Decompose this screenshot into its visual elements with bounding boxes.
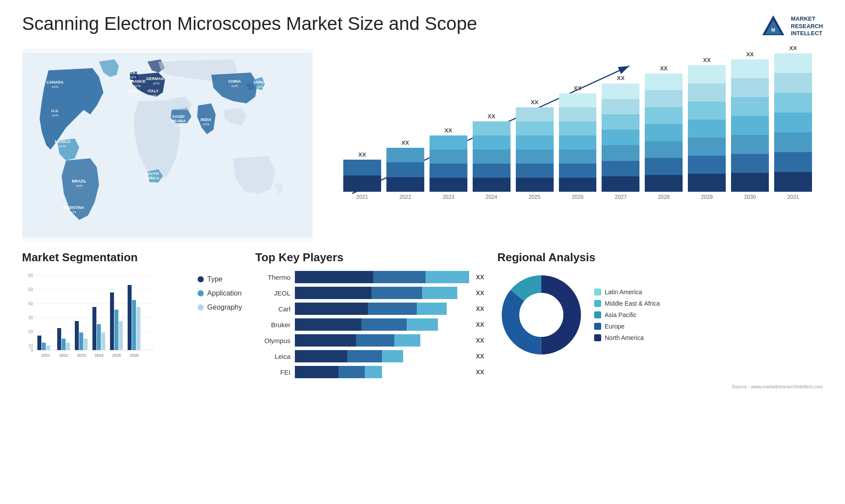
legend-geography-dot [198, 304, 204, 310]
bar-2023 [430, 135, 467, 192]
bar-xx-label-2024: XX [488, 113, 495, 120]
growth-bars: XX2021XX2022XX2023XX2024XX2025XX2026XX20… [343, 62, 812, 200]
legend-type: Type [198, 275, 242, 283]
bar-group-2027: XX2027 [602, 75, 639, 200]
bar-xx-label-2021: XX [358, 151, 366, 158]
world-map: CANADA xx% U.S. xx% MEXICO xx% BRAZIL xx… [22, 48, 312, 242]
svg-text:xx%: xx% [129, 75, 136, 79]
bar-year-label-2027: 2027 [615, 194, 627, 200]
legend-application: Application [198, 289, 242, 297]
svg-rect-64 [92, 307, 96, 350]
source-text: Source : www.marketresearchintellect.com [731, 384, 823, 389]
bar-group-2029: XX2029 [688, 57, 726, 200]
players-title: Top Key Players [255, 251, 484, 264]
player-row-carl: Carl XX [255, 303, 484, 315]
svg-text:xx%: xx% [231, 84, 238, 88]
player-row-fei: FEI XX [255, 366, 484, 378]
legend-type-dot [198, 276, 204, 282]
legend-asia-pacific-label: Asia Pacific [605, 311, 636, 318]
seg-chart-svg: 60 50 40 30 20 10 0 2021 [22, 271, 154, 368]
player-bars-list: Thermo XX JEOL [255, 271, 484, 378]
svg-text:xx%: xx% [51, 113, 58, 117]
legend-north-america: North America [594, 334, 660, 341]
bar-xx-label-2022: XX [401, 139, 409, 146]
bar-year-label-2025: 2025 [529, 194, 540, 200]
logo-icon: M [760, 13, 786, 40]
bar-xx-label-2029: XX [703, 57, 711, 63]
players-section: Top Key Players Thermo XX JEOL [255, 251, 484, 378]
player-row-jeol: JEOL XX [255, 287, 484, 299]
svg-rect-72 [128, 285, 132, 350]
svg-text:AFRICA: AFRICA [144, 176, 159, 180]
svg-text:30: 30 [28, 315, 33, 320]
svg-text:JAPAN: JAPAN [253, 80, 266, 84]
bar-group-2030: XX2030 [731, 51, 769, 200]
bar-xx-label-2025: XX [531, 99, 538, 106]
page-container: Scanning Electron Microscopes Market Siz… [0, 0, 845, 504]
bar-xx-label-2023: XX [445, 127, 452, 134]
bar-year-label-2021: 2021 [356, 194, 368, 200]
legend-middle-east-label: Middle East & Africa [605, 300, 660, 307]
legend-application-dot [198, 290, 204, 296]
legend-latin-america-color [594, 289, 601, 296]
regional-section: Regional Analysis [497, 251, 823, 378]
svg-text:xx%: xx% [51, 85, 58, 89]
svg-text:2023: 2023 [77, 353, 86, 358]
svg-rect-60 [75, 321, 79, 350]
player-name-bruker: Bruker [255, 321, 290, 329]
growth-chart-section: XX2021XX2022XX2023XX2024XX2025XX2026XX20… [326, 48, 823, 242]
bar-xx-label-2026: XX [574, 85, 581, 91]
logo-text: MARKET RESEARCH INTELLECT [791, 15, 823, 38]
svg-text:ARABIA: ARABIA [171, 119, 186, 123]
svg-rect-68 [110, 292, 114, 350]
seg-chart: 60 50 40 30 20 10 0 2021 [22, 271, 191, 369]
player-bar-jeol [295, 287, 469, 299]
player-name-fei: FEI [255, 369, 290, 376]
svg-text:ITALY: ITALY [148, 89, 159, 93]
player-row-thermo: Thermo XX [255, 271, 484, 283]
player-bar-carl [295, 303, 469, 315]
legend-latin-america: Latin America [594, 289, 660, 296]
bar-year-label-2024: 2024 [485, 194, 497, 200]
svg-text:xx%: xx% [202, 122, 209, 126]
player-bar-leica [295, 350, 469, 362]
svg-text:INDIA: INDIA [201, 117, 212, 122]
svg-text:2022: 2022 [59, 353, 68, 358]
svg-text:0: 0 [30, 348, 33, 353]
svg-rect-66 [101, 332, 105, 350]
svg-text:50: 50 [28, 287, 33, 292]
svg-rect-54 [46, 346, 50, 350]
svg-text:FRANCE: FRANCE [129, 79, 146, 84]
bar-xx-label-2027: XX [617, 75, 625, 81]
bar-2029 [688, 65, 726, 192]
bar-group-2026: XX2026 [559, 85, 597, 200]
logo: M MARKET RESEARCH INTELLECT [760, 13, 823, 40]
svg-rect-52 [37, 336, 41, 350]
player-bar-olympus [295, 334, 469, 347]
svg-text:BRAZIL: BRAZIL [72, 179, 87, 183]
legend-europe: Europe [594, 323, 660, 330]
bar-2026 [559, 93, 597, 192]
bar-group-2024: XX2024 [473, 113, 511, 200]
legend-middle-east: Middle East & Africa [594, 300, 660, 307]
svg-text:xx%: xx% [59, 144, 66, 148]
bar-year-label-2030: 2030 [744, 194, 756, 200]
bar-group-2025: XX2025 [516, 99, 554, 200]
svg-rect-70 [119, 321, 123, 350]
bar-year-label-2022: 2022 [400, 194, 411, 200]
svg-text:ARGENTINA: ARGENTINA [61, 205, 84, 210]
bar-group-2022: XX2022 [386, 139, 424, 200]
svg-text:2025: 2025 [112, 353, 121, 358]
donut-container: Latin America Middle East & Africa Asia … [497, 271, 823, 359]
player-row-leica: Leica XX [255, 350, 484, 362]
legend-type-label: Type [207, 275, 223, 283]
y-axis [332, 62, 341, 200]
legend-geography-label: Geography [207, 303, 242, 311]
bar-2025 [516, 107, 554, 192]
bar-year-label-2031: 2031 [787, 194, 799, 200]
svg-text:xx%: xx% [69, 210, 76, 214]
segmentation-title: Market Segmentation [22, 251, 242, 264]
segmentation-content: 60 50 40 30 20 10 0 2021 [22, 271, 242, 369]
segmentation-section: Market Segmentation 60 [22, 251, 242, 378]
svg-rect-62 [84, 339, 88, 350]
